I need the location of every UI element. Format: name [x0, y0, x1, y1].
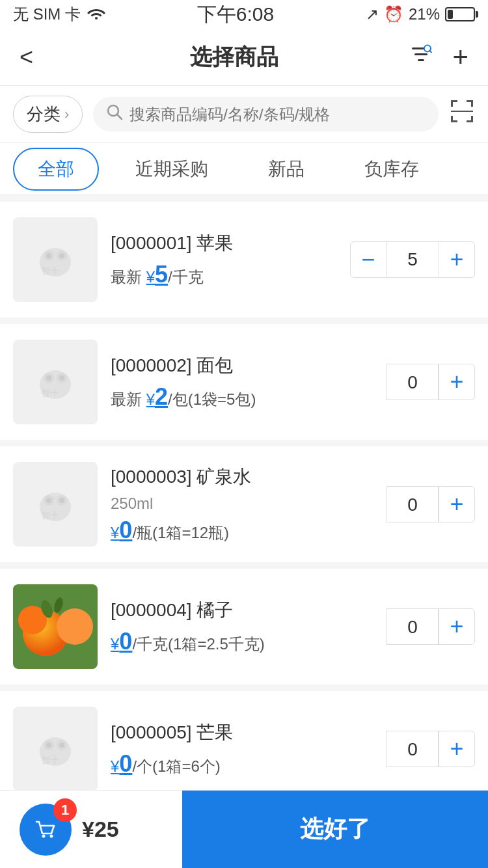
list-item: [0000004] 橘子 ¥0/千克(1箱=2.5千克) 0 + [0, 569, 488, 691]
nav-bar: < 选择商品 + [0, 29, 488, 86]
svg-point-45 [59, 742, 64, 748]
qty-value: 0 [386, 608, 439, 645]
product-price: ¥0/瓶(1箱=12瓶) [111, 517, 373, 544]
qty-plus-button[interactable]: + [439, 731, 475, 767]
tab-negative[interactable]: 负库存 [341, 149, 442, 189]
search-icon [106, 103, 123, 125]
svg-rect-15 [451, 111, 473, 112]
product-info-0000002: [0000002] 面包 最新 ¥2/包(1袋=5包) [111, 353, 373, 411]
svg-text:智十: 智十 [41, 388, 59, 398]
svg-point-60 [50, 834, 53, 837]
product-name: [0000002] 面包 [111, 353, 373, 378]
cart-area: 1 ¥25 [0, 804, 182, 856]
tab-row: 全部 近期采购 新品 负库存 [0, 143, 488, 195]
svg-point-25 [46, 375, 51, 381]
tab-recent[interactable]: 近期采购 [112, 149, 232, 189]
product-info-0000005: [0000005] 芒果 ¥0/个(1箱=6个) [111, 720, 373, 778]
product-image-0000002: 智十 [13, 340, 98, 424]
qty-input[interactable] [386, 241, 439, 278]
qty-plus-button[interactable]: + [439, 241, 475, 278]
product-price: ¥0/千克(1箱=2.5千克) [111, 628, 373, 655]
add-icon[interactable]: + [452, 44, 468, 71]
svg-line-4 [429, 51, 431, 53]
cart-total: ¥25 [82, 817, 119, 842]
svg-rect-14 [471, 116, 473, 122]
qty-plus-button[interactable]: + [439, 608, 475, 645]
qty-plus-button[interactable]: + [439, 486, 475, 522]
product-name: [0000004] 橘子 [111, 598, 373, 623]
qty-control-0000004[interactable]: 0 + [386, 608, 475, 645]
product-image-0000003: 智十 [13, 462, 98, 547]
nav-actions: + [409, 42, 468, 72]
product-name: [0000005] 芒果 [111, 720, 373, 745]
svg-text:智十: 智十 [41, 755, 59, 765]
category-chevron: › [64, 106, 69, 123]
qty-control-0000001[interactable]: − + [350, 241, 475, 278]
qty-control-0000003[interactable]: 0 + [386, 486, 475, 522]
search-bar[interactable] [93, 97, 439, 131]
svg-point-20 [59, 253, 64, 258]
svg-point-19 [46, 253, 51, 258]
category-label: 分类 [27, 103, 61, 126]
svg-point-44 [46, 742, 51, 748]
tab-all[interactable]: 全部 [13, 148, 99, 191]
svg-line-6 [117, 115, 122, 119]
product-name: [0000003] 矿泉水 [111, 465, 373, 489]
status-time: 下午6:08 [197, 1, 274, 28]
qty-control-0000005[interactable]: 0 + [386, 731, 475, 767]
svg-point-26 [59, 375, 64, 381]
product-info-0000001: [0000001] 苹果 最新 ¥5/千克 [111, 231, 337, 288]
wifi-icon [87, 5, 105, 23]
alarm-icon: ⏰ [384, 5, 403, 23]
page-title: 选择商品 [190, 42, 278, 72]
product-spec: 250ml [111, 495, 373, 513]
product-price: 最新 ¥5/千克 [111, 261, 337, 288]
product-price: 最新 ¥2/包(1袋=5包) [111, 383, 373, 411]
product-price: ¥0/个(1箱=6个) [111, 750, 373, 778]
cart-badge: 1 [53, 798, 77, 822]
status-left: 无 SIM 卡 [13, 4, 105, 25]
filter-icon[interactable] [409, 42, 433, 72]
qty-minus-button[interactable]: − [350, 241, 386, 278]
search-input[interactable] [129, 105, 426, 124]
svg-rect-10 [471, 100, 473, 107]
carrier-label: 无 SIM 卡 [13, 4, 81, 25]
svg-text:智十: 智十 [41, 510, 59, 521]
location-icon: ↗ [366, 5, 379, 23]
svg-rect-8 [451, 100, 453, 107]
status-right: ↗ ⏰ 21% [366, 5, 475, 23]
svg-point-31 [46, 498, 51, 503]
qty-value: 0 [386, 486, 439, 522]
product-image-0000005: 智十 [13, 707, 98, 791]
product-info-0000003: [0000003] 矿泉水 250ml ¥0/瓶(1箱=12瓶) [111, 465, 373, 544]
qty-control-0000002[interactable]: 0 + [386, 364, 475, 400]
svg-point-32 [59, 498, 64, 503]
confirm-button[interactable]: 选好了 [182, 791, 488, 869]
filter-row: 分类 › [0, 86, 488, 143]
bottom-bar: 1 ¥25 选好了 [0, 790, 488, 868]
back-button[interactable]: < [20, 44, 59, 71]
tab-new[interactable]: 新品 [245, 149, 328, 189]
product-image-0000004 [13, 584, 98, 669]
category-button[interactable]: 分类 › [13, 96, 83, 133]
list-item: 智十 [0000003] 矿泉水 250ml ¥0/瓶(1箱=12瓶) 0 + [0, 446, 488, 569]
status-bar: 无 SIM 卡 下午6:08 ↗ ⏰ 21% [0, 0, 488, 29]
qty-value: 0 [386, 731, 439, 767]
qty-plus-button[interactable]: + [439, 364, 475, 400]
svg-rect-12 [451, 116, 453, 122]
product-info-0000004: [0000004] 橘子 ¥0/千克(1箱=2.5千克) [111, 598, 373, 655]
battery-percent: 21% [409, 5, 440, 23]
scan-icon[interactable] [449, 98, 475, 130]
qty-value: 0 [386, 364, 439, 400]
product-list: 智十 [0000001] 苹果 最新 ¥5/千克 − + [0, 202, 488, 868]
list-item: 智十 [0000002] 面包 最新 ¥2/包(1袋=5包) 0 + [0, 324, 488, 446]
svg-point-37 [57, 608, 93, 645]
product-image-0000001: 智十 [13, 217, 98, 302]
svg-rect-1 [414, 53, 427, 55]
cart-button[interactable]: 1 [20, 804, 72, 856]
svg-point-59 [42, 834, 46, 837]
list-item: 智十 [0000001] 苹果 最新 ¥5/千克 − + [0, 202, 488, 324]
battery-icon [445, 7, 475, 21]
svg-text:智十: 智十 [41, 265, 59, 276]
svg-rect-2 [418, 59, 424, 61]
